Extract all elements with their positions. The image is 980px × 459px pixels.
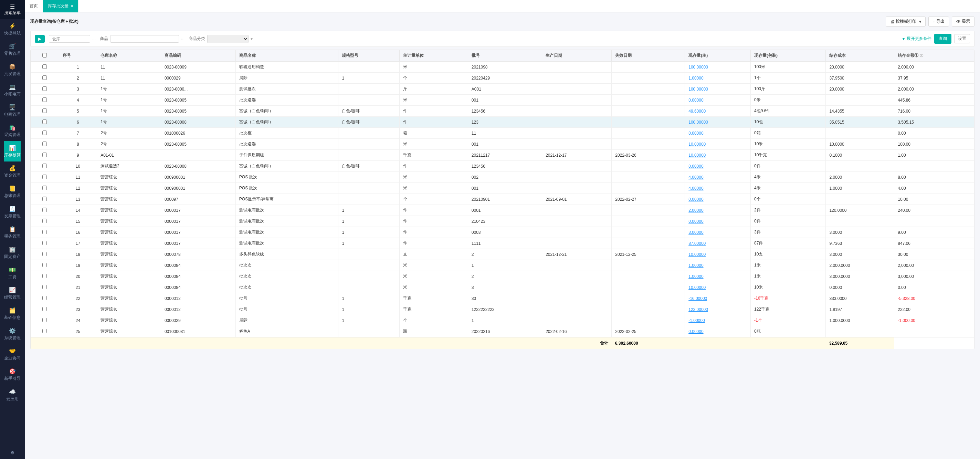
qty-link-17[interactable]: 10.00000 — [689, 252, 706, 257]
qty-link-22[interactable]: 122.00000 — [689, 307, 708, 312]
qty-link-12[interactable]: 0.00000 — [689, 197, 703, 202]
cell-spec-9: 白色/咖啡 — [338, 161, 399, 172]
select-all-checkbox[interactable] — [42, 53, 47, 57]
qty-link-13[interactable]: 2.00000 — [689, 208, 703, 213]
settings-icon[interactable]: ⚙ — [0, 446, 25, 459]
qty-link-11[interactable]: 4.00000 — [689, 186, 703, 191]
qty-link-14[interactable]: 0.00000 — [689, 219, 703, 224]
row-check[interactable] — [42, 120, 47, 124]
row-checkbox-22 — [31, 304, 59, 315]
qty-link-1[interactable]: 1.00000 — [689, 76, 703, 81]
sidebar-item-wholesale[interactable]: 📦批发管理 — [4, 60, 21, 80]
warehouse-input[interactable] — [49, 35, 90, 43]
amount-info-icon: ⓘ — [920, 54, 923, 57]
sidebar-item-system[interactable]: ⚙️系统管理 — [4, 324, 21, 344]
qty-link-5[interactable]: 100.00000 — [689, 120, 708, 125]
cell-cost-23: 1,000.0000 — [826, 315, 894, 326]
filter-expand-btn[interactable]: ▶ — [35, 35, 45, 43]
sidebar-item-retail[interactable]: 🛒零售管理 — [4, 40, 21, 60]
row-check[interactable] — [42, 86, 47, 91]
row-check[interactable] — [42, 164, 47, 168]
qty-link-21[interactable]: -16.00000 — [689, 296, 707, 301]
main-content: 首页库存批次量✕ 现存量查询(按仓库＋批次) 🖨 按模板打印 ▾ ↑ 导出 👁 … — [25, 0, 980, 459]
cell-produce_date-19 — [542, 271, 612, 282]
row-check[interactable] — [42, 274, 47, 278]
row-check[interactable] — [42, 219, 47, 223]
row-check[interactable] — [42, 241, 47, 245]
cell-cost-17: 3.0000 — [826, 249, 894, 260]
row-check[interactable] — [42, 329, 47, 333]
qty-link-8[interactable]: 10.00000 — [689, 153, 706, 158]
row-check[interactable] — [42, 263, 47, 267]
qty-link-10[interactable]: 4.00000 — [689, 175, 703, 180]
row-check[interactable] — [42, 186, 47, 190]
sidebar-item-ops[interactable]: 📈经营管理 — [4, 284, 21, 304]
row-check[interactable] — [42, 75, 47, 80]
print-btn[interactable]: 🖨 按模板打印 ▾ — [886, 16, 926, 27]
sidebar-item-inventory[interactable]: 📊库存核算 — [4, 141, 21, 161]
qty-link-15[interactable]: 3.00000 — [689, 230, 703, 235]
sidebar-item-asset[interactable]: 💰资金管理 — [4, 161, 21, 182]
export-btn[interactable]: ↑ 导出 — [928, 16, 949, 27]
cell-amount-13: 240.00 — [894, 205, 974, 216]
cell-cost-2: 20.0000 — [826, 84, 894, 95]
qty-link-19[interactable]: 1.00000 — [689, 274, 703, 279]
qty-link-3[interactable]: 0.00000 — [689, 98, 703, 103]
qty-link-4[interactable]: 49.60000 — [689, 109, 706, 114]
sidebar-item-quick-nav[interactable]: ⚡快捷导航 — [4, 19, 21, 40]
row-check[interactable] — [42, 64, 47, 69]
sidebar-item-tax[interactable]: 📋税务管理 — [4, 222, 21, 243]
qty-link-16[interactable]: 87.00000 — [689, 241, 706, 246]
row-check[interactable] — [42, 97, 47, 102]
qty-link-24[interactable]: 0.00000 — [689, 329, 703, 334]
row-check[interactable] — [42, 252, 47, 256]
category-select[interactable] — [207, 35, 248, 43]
row-check[interactable] — [42, 197, 47, 201]
row-check[interactable] — [42, 296, 47, 300]
qty-link-18[interactable]: 1.00000 — [689, 263, 703, 268]
qty-link-9[interactable]: 0.00000 — [689, 164, 703, 169]
cell-warehouse-6: 2号 — [97, 128, 161, 139]
row-check[interactable] — [42, 318, 47, 322]
row-check[interactable] — [42, 142, 47, 146]
sidebar-item-invoice[interactable]: 🧾发票管理 — [4, 202, 21, 222]
row-check[interactable] — [42, 175, 47, 179]
tab-close-inventory-batch[interactable]: ✕ — [70, 4, 73, 8]
qty-link-23[interactable]: -1.00000 — [689, 318, 705, 323]
row-checkbox-6 — [31, 128, 59, 139]
qty-link-20[interactable]: 10.00000 — [689, 285, 706, 290]
cell-unit-9: 件 — [399, 161, 468, 172]
sidebar-item-cloud[interactable]: ☁️云应用 — [4, 385, 21, 405]
row-check[interactable] — [42, 108, 47, 113]
cell-name-21: 批号 — [235, 293, 338, 304]
row-check[interactable] — [42, 307, 47, 311]
cell-num-11: 12 — [59, 183, 97, 194]
qty-link-7[interactable]: 10.00000 — [689, 142, 706, 147]
search-btn[interactable]: 查询 — [934, 34, 951, 44]
sidebar-item-payroll[interactable]: 💵工资 — [4, 263, 21, 284]
tab-inventory-batch[interactable]: 库存批次量✕ — [43, 0, 78, 13]
sidebar-item-mini-ecom[interactable]: 💻小账电商 — [4, 80, 21, 100]
sidebar-item-coop[interactable]: 🤝企业协同 — [4, 344, 21, 365]
qty-link-2[interactable]: 100.00000 — [689, 87, 708, 92]
tab-home[interactable]: 首页 — [25, 0, 43, 13]
row-check[interactable] — [42, 153, 47, 157]
row-check[interactable] — [42, 131, 47, 135]
cell-spec-20 — [338, 282, 399, 293]
sidebar-item-purchase[interactable]: 🛍️采购管理 — [4, 121, 21, 141]
sidebar-item-ecom[interactable]: 🖥️电商管理 — [4, 100, 21, 121]
sidebar-item-general[interactable]: 📒总账管理 — [4, 182, 21, 202]
sidebar-item-fixed-asset[interactable]: 🏢固定资产 — [4, 243, 21, 263]
sidebar-item-guide[interactable]: 🎯新手引导 — [4, 365, 21, 385]
settings-btn[interactable]: 设置 — [954, 34, 970, 43]
qty-link-0[interactable]: 100.00000 — [689, 65, 708, 70]
qty-link-6[interactable]: 0.00000 — [689, 131, 703, 135]
product-input[interactable] — [110, 35, 179, 43]
row-check[interactable] — [42, 208, 47, 212]
row-check[interactable] — [42, 285, 47, 289]
sidebar-search[interactable]: ☰ 搜索菜单 — [0, 0, 25, 19]
show-btn[interactable]: 👁 显示 — [952, 16, 975, 27]
expand-conditions[interactable]: ▼ 展开更多条件 — [902, 36, 931, 41]
sidebar-item-base[interactable]: 🗂️基础信息 — [4, 304, 21, 324]
row-check[interactable] — [42, 230, 47, 234]
